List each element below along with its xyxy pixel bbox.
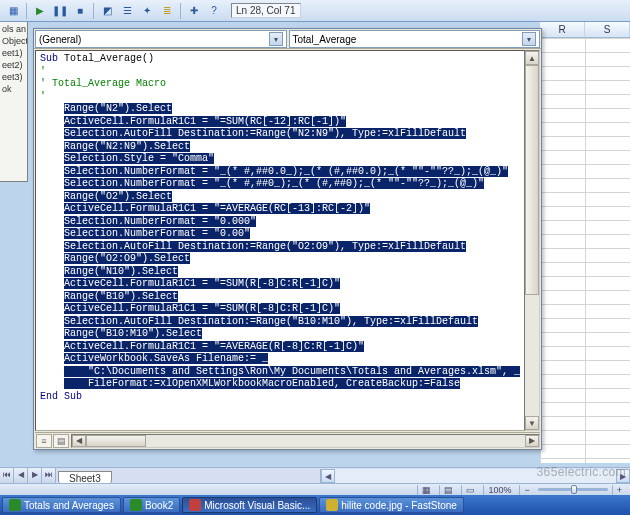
code-line[interactable]: ' bbox=[40, 91, 535, 104]
vertical-scrollbar[interactable]: ▲ ▼ bbox=[524, 50, 540, 431]
project-explorer-item[interactable]: ok bbox=[2, 84, 25, 96]
code-line[interactable]: ActiveCell.FormulaR1C1 = "=SUM(R[-8]C:R[… bbox=[40, 303, 535, 316]
help-icon[interactable]: ? bbox=[205, 2, 223, 20]
code-line[interactable]: FileFormat:=xlOpenXMLWorkbookMacroEnable… bbox=[40, 378, 535, 391]
object-dropdown[interactable]: (General) ▾ bbox=[35, 30, 287, 48]
view-layout-icon[interactable]: ▤ bbox=[439, 485, 457, 495]
procedure-view-button[interactable]: ≡ bbox=[36, 434, 52, 448]
project-explorer-icon[interactable]: ☰ bbox=[118, 2, 136, 20]
col-header[interactable]: R bbox=[540, 22, 585, 37]
code-line[interactable]: Selection.NumberFormat = "_(* #,##0_);_(… bbox=[40, 178, 535, 191]
scroll-left-icon[interactable]: ◀ bbox=[72, 435, 86, 447]
scrollbar-thumb[interactable] bbox=[525, 65, 539, 295]
code-line[interactable]: ActiveCell.FormulaR1C1 = "=AVERAGE(R[-8]… bbox=[40, 341, 535, 354]
procedure-dropdown-value: Total_Average bbox=[293, 34, 357, 45]
excel-cells[interactable] bbox=[540, 38, 630, 463]
code-line[interactable]: Range("O2").Select bbox=[40, 191, 535, 204]
zoom-in-icon[interactable]: + bbox=[612, 485, 626, 495]
code-bottom-bar: ≡ ▤ ◀ ▶ bbox=[35, 432, 540, 448]
project-explorer-header: ols an bbox=[2, 24, 25, 36]
view-pagebreak-icon[interactable]: ▭ bbox=[461, 485, 479, 495]
code-line[interactable]: ActiveCell.FormulaR1C1 = "=SUM(RC[-12]:R… bbox=[40, 116, 535, 129]
excel-status-bar: ▦ ▤ ▭ 100% − + bbox=[0, 483, 630, 495]
code-line[interactable]: Selection.NumberFormat = "0.000" bbox=[40, 216, 535, 229]
code-line[interactable]: Range("B10:M10").Select bbox=[40, 328, 535, 341]
x-program-icon bbox=[130, 499, 142, 511]
code-line[interactable]: "C:\Documents and Settings\Ron\My Docume… bbox=[40, 366, 535, 379]
code-line[interactable]: Sub Total_Average() bbox=[40, 53, 535, 66]
code-line[interactable]: ActiveWorkbook.SaveAs Filename:= _ bbox=[40, 353, 535, 366]
code-line[interactable]: Range("O2:O9").Select bbox=[40, 253, 535, 266]
taskbar-item-label: Totals and Averages bbox=[24, 500, 114, 511]
sep bbox=[26, 3, 27, 19]
sheet-nav-next-icon[interactable]: ▶ bbox=[28, 468, 42, 483]
code-line[interactable]: Range("B10").Select bbox=[40, 291, 535, 304]
taskbar-item-label: hilite code.jpg - FastStone bbox=[341, 500, 457, 511]
code-line[interactable]: ' bbox=[40, 66, 535, 79]
run-icon[interactable]: ▶ bbox=[31, 2, 49, 20]
horizontal-scrollbar[interactable]: ◀ ▶ bbox=[71, 434, 540, 448]
zoom-slider[interactable] bbox=[538, 488, 608, 491]
object-browser-icon[interactable]: ≣ bbox=[158, 2, 176, 20]
code-line[interactable]: Range("N10").Select bbox=[40, 266, 535, 279]
watermark: 365electric.com bbox=[537, 465, 626, 479]
code-line[interactable]: ActiveCell.FormulaR1C1 = "=SUM(R[-8]C:R[… bbox=[40, 278, 535, 291]
zoom-slider-knob[interactable] bbox=[571, 485, 577, 494]
code-line[interactable]: ' Total_Average Macro bbox=[40, 78, 535, 91]
taskbar-item[interactable]: Microsoft Visual Basic... bbox=[182, 497, 317, 513]
zoom-out-icon[interactable]: − bbox=[519, 485, 533, 495]
vbe-toolbar: ▦ ▶ ❚❚ ■ ◩ ☰ ✦ ≣ ✚ ? Ln 28, Col 71 bbox=[0, 0, 630, 22]
x-program-icon bbox=[9, 499, 21, 511]
project-explorer-item[interactable]: Object bbox=[2, 36, 25, 48]
stop-icon[interactable]: ■ bbox=[71, 2, 89, 20]
zoom-value[interactable]: 100% bbox=[483, 485, 515, 495]
sheet-nav-prev-icon[interactable]: ◀ bbox=[14, 468, 28, 483]
taskbar-item[interactable]: Book2 bbox=[123, 497, 180, 513]
code-line[interactable]: Selection.Style = "Comma" bbox=[40, 153, 535, 166]
sep bbox=[93, 3, 94, 19]
code-line[interactable]: End Sub bbox=[40, 391, 535, 404]
taskbar-item[interactable]: Totals and Averages bbox=[2, 497, 121, 513]
project-explorer-item[interactable]: eet2) bbox=[2, 60, 25, 72]
code-line[interactable]: Selection.NumberFormat = "_(* #,##0.0_);… bbox=[40, 166, 535, 179]
vba-code-window: (General) ▾ Total_Average ▾ Sub Total_Av… bbox=[33, 28, 542, 450]
code-line[interactable]: Range("N2:N9").Select bbox=[40, 141, 535, 154]
view-normal-icon[interactable]: ▦ bbox=[417, 485, 435, 495]
pause-icon[interactable]: ❚❚ bbox=[51, 2, 69, 20]
windows-taskbar: Totals and AveragesBook2Microsoft Visual… bbox=[0, 495, 630, 515]
code-line[interactable]: Range("N2").Select bbox=[40, 103, 535, 116]
scroll-left-icon[interactable]: ◀ bbox=[321, 469, 335, 483]
code-line[interactable]: ActiveCell.FormulaR1C1 = "=AVERAGE(RC[-1… bbox=[40, 203, 535, 216]
sheet-nav-first-icon[interactable]: ⏮ bbox=[0, 468, 14, 483]
chevron-down-icon[interactable]: ▾ bbox=[522, 32, 536, 46]
sheet-nav-last-icon[interactable]: ⏭ bbox=[42, 468, 56, 483]
vb-program-icon bbox=[189, 499, 201, 511]
excel-col-headers[interactable]: R S bbox=[540, 22, 630, 38]
col-header[interactable]: S bbox=[585, 22, 630, 37]
sheet-nav[interactable]: ⏮ ◀ ▶ ⏭ bbox=[0, 468, 56, 483]
project-explorer-item[interactable]: eet3) bbox=[2, 72, 25, 84]
toolbox-icon[interactable]: ✚ bbox=[185, 2, 203, 20]
taskbar-item[interactable]: hilite code.jpg - FastStone bbox=[319, 497, 464, 513]
scroll-right-icon[interactable]: ▶ bbox=[525, 435, 539, 447]
full-module-view-button[interactable]: ▤ bbox=[53, 434, 69, 448]
chevron-down-icon[interactable]: ▾ bbox=[269, 32, 283, 46]
cursor-position: Ln 28, Col 71 bbox=[231, 3, 301, 18]
sep bbox=[180, 3, 181, 19]
project-explorer-item[interactable]: eet1) bbox=[2, 48, 25, 60]
scroll-up-icon[interactable]: ▲ bbox=[525, 51, 539, 65]
fs-program-icon bbox=[326, 499, 338, 511]
code-line[interactable]: Selection.AutoFill Destination:=Range("O… bbox=[40, 241, 535, 254]
design-mode-icon[interactable]: ◩ bbox=[98, 2, 116, 20]
code-area[interactable]: Sub Total_Average()'' Total_Average Macr… bbox=[35, 50, 540, 431]
code-line[interactable]: Selection.AutoFill Destination:=Range("N… bbox=[40, 128, 535, 141]
properties-icon[interactable]: ✦ bbox=[138, 2, 156, 20]
excel-grid-behind: R S bbox=[540, 22, 630, 463]
code-line[interactable]: Selection.AutoFill Destination:=Range("B… bbox=[40, 316, 535, 329]
scroll-down-icon[interactable]: ▼ bbox=[525, 416, 539, 430]
code-line[interactable]: Selection.NumberFormat = "0.00" bbox=[40, 228, 535, 241]
scrollbar-thumb[interactable] bbox=[86, 435, 146, 447]
procedure-dropdown[interactable]: Total_Average ▾ bbox=[289, 30, 541, 48]
view-excel-icon[interactable]: ▦ bbox=[4, 2, 22, 20]
project-explorer[interactable]: ols an Object eet1) eet2) eet3) ok bbox=[0, 22, 28, 182]
